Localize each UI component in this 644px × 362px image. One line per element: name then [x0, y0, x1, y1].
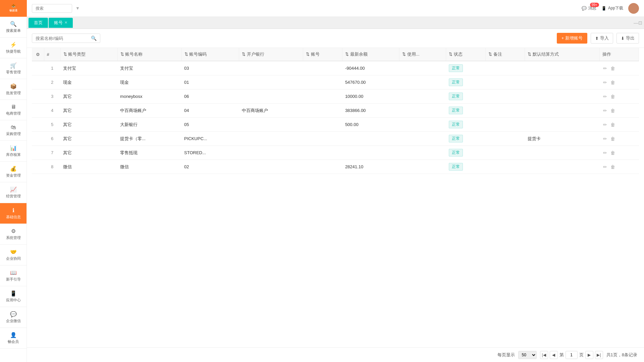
cell-balance-3: 383866.00 [342, 104, 399, 118]
cell-usage-6 [399, 146, 446, 160]
th-bank[interactable]: ⇅ 开户银行 [239, 48, 303, 61]
sidebar-item-operations[interactable]: 📈经营管理 [0, 182, 26, 203]
th-remark[interactable]: ⇅ 备注 [486, 48, 525, 61]
per-page-select[interactable]: 50 100 200 [518, 351, 537, 359]
edit-button-5[interactable]: ✏ [603, 136, 607, 141]
cell-code-6: STORED... [181, 146, 239, 160]
th-code[interactable]: ⇅ 账号编码 [181, 48, 239, 61]
sidebar-item-purchase[interactable]: 🛍采购管理 [0, 120, 26, 141]
delete-button-3[interactable]: 🗑 [610, 108, 615, 113]
first-page-button[interactable]: |◀ [540, 351, 548, 359]
cell-name-0: 支付宝 [117, 61, 181, 75]
cell-balance-1: 547670.00 [342, 75, 399, 89]
cell-name-6: 零售抵现 [117, 146, 181, 160]
sidebar-item-guide[interactable]: 📖新手引导 [0, 265, 26, 286]
page-label: 第 [559, 352, 564, 358]
th-status[interactable]: ⇅ 状态 [446, 48, 486, 61]
sidebar-icon-retail: 🛒 [2, 62, 25, 69]
th-name[interactable]: ⇅ 账号名称 [117, 48, 181, 61]
sidebar-icon-quick: ⚡ [2, 42, 25, 48]
delete-button-7[interactable]: 🗑 [610, 164, 615, 170]
th-account[interactable]: ⇅ 账号 [303, 48, 342, 61]
sidebar-icon-ecommerce: 🖥 [2, 104, 25, 110]
cell-account-3 [303, 104, 342, 118]
page-content: 🔍 + 新增账号 ⬆ 导入 ⬇ 导出 ⚙ # [27, 29, 644, 362]
sidebar-item-retail[interactable]: 🛒零售管理 [0, 58, 26, 79]
edit-button-3[interactable]: ✏ [603, 108, 607, 113]
sidebar-item-inventory[interactable]: 📊库存核算 [0, 141, 26, 162]
sidebar-label-wholesale: 批发管理 [2, 90, 25, 96]
table-row: 1 支付宝 支付宝 03 -90444.00 正常 ✏ 🗑 [32, 61, 639, 75]
messages-button[interactable]: 💬 消息 99+ [582, 5, 596, 11]
tab-account[interactable]: 账号 ✕ [49, 18, 73, 28]
sidebar-item-member[interactable]: 👤畅会员 [0, 328, 26, 349]
delete-button-1[interactable]: 🗑 [610, 80, 615, 85]
sidebar-item-ecommerce[interactable]: 🖥电商管理 [0, 100, 26, 120]
th-settings[interactable]: ⚙ [32, 48, 44, 61]
delete-button-4[interactable]: 🗑 [610, 122, 615, 127]
sidebar-icon-search: 🔍 [2, 21, 25, 27]
sidebar-icon-wholesale: 📦 [2, 83, 25, 89]
export-button[interactable]: ⬇ 导出 [616, 33, 639, 44]
cell-type-6: 其它 [60, 146, 117, 160]
cell-usage-3 [399, 104, 446, 118]
cell-num-1: 2 [44, 75, 60, 89]
cell-actions-1: ✏ 🗑 [599, 75, 639, 89]
sidebar-icon-member: 👤 [2, 332, 25, 338]
pagination: |◀ ◀ 第 页 ▶ ▶| [540, 351, 603, 359]
sidebar-item-quick[interactable]: ⚡快捷导航 [0, 38, 26, 58]
sidebar-label-quick: 快捷导航 [2, 49, 25, 54]
search-input[interactable] [36, 36, 89, 41]
topbar-dropdown-icon[interactable]: ▼ [75, 6, 80, 11]
delete-button-6[interactable]: 🗑 [610, 150, 615, 156]
edit-button-2[interactable]: ✏ [603, 94, 607, 99]
edit-button-0[interactable]: ✏ [603, 66, 607, 71]
sidebar-item-basic[interactable]: ℹ基础信息 [0, 203, 26, 224]
tab-account-close[interactable]: ✕ [64, 20, 67, 25]
export-icon: ⬇ [621, 36, 625, 41]
cell-num-0: 1 [44, 61, 60, 75]
edit-button-4[interactable]: ✏ [603, 122, 607, 127]
th-balance[interactable]: ⇅ 最新余额 [342, 48, 399, 61]
th-num: # [44, 48, 60, 61]
cell-settings-6 [32, 146, 44, 160]
delete-button-0[interactable]: 🗑 [610, 66, 615, 71]
table-row: 2 现金 现金 01 547670.00 正常 ✏ 🗑 [32, 75, 639, 89]
edit-button-6[interactable]: ✏ [603, 150, 607, 156]
cell-status-1: 正常 [446, 75, 486, 89]
window-maximize-icon[interactable]: ⊡ [638, 20, 642, 25]
cell-status-3: 正常 [446, 104, 486, 118]
th-type[interactable]: ⇅ 账号类型 [60, 48, 117, 61]
th-usage[interactable]: ⇅ 使用... [399, 48, 446, 61]
cell-balance-4: 500.00 [342, 118, 399, 132]
sidebar-item-system[interactable]: ⚙系统管理 [0, 224, 26, 245]
delete-button-2[interactable]: 🗑 [610, 94, 615, 99]
cell-name-1: 现金 [117, 75, 181, 89]
edit-button-1[interactable]: ✏ [603, 80, 607, 85]
topbar-search-input[interactable] [32, 4, 72, 13]
sidebar-item-finance[interactable]: 💰资金管理 [0, 162, 26, 182]
search-icon[interactable]: 🔍 [91, 36, 97, 41]
cell-actions-4: ✏ 🗑 [599, 118, 639, 132]
page-number-input[interactable] [566, 351, 578, 359]
next-page-button[interactable]: ▶ [585, 351, 593, 359]
tab-home[interactable]: 首页 [29, 18, 48, 28]
add-account-button[interactable]: + 新增账号 [557, 33, 587, 44]
edit-button-7[interactable]: ✏ [603, 164, 607, 170]
sidebar-item-agreement[interactable]: 🤝企业协同 [0, 245, 26, 265]
window-minimize-icon[interactable]: — [634, 20, 638, 25]
import-button[interactable]: ⬆ 导入 [591, 33, 613, 44]
sidebar-item-wholesale[interactable]: 📦批发管理 [0, 79, 26, 100]
user-avatar[interactable] [628, 3, 639, 14]
cell-code-3: 04 [181, 104, 239, 118]
prev-page-button[interactable]: ◀ [550, 351, 558, 359]
delete-button-5[interactable]: 🗑 [610, 136, 615, 141]
sidebar-item-search[interactable]: 🔍搜索菜单 [0, 17, 26, 38]
last-page-button[interactable]: ▶| [595, 351, 603, 359]
app-download-button[interactable]: 📱 App下载 [601, 5, 623, 11]
sidebar-icon-basic: ℹ [2, 207, 25, 214]
sidebar-item-appcenter[interactable]: 📱应用中心 [0, 286, 26, 307]
cell-name-5: 提货卡（零... [117, 132, 181, 146]
th-default-payment[interactable]: ⇅ 默认结算方式 [525, 48, 600, 61]
sidebar-item-corpwx[interactable]: 💬企业微信 [0, 307, 26, 328]
